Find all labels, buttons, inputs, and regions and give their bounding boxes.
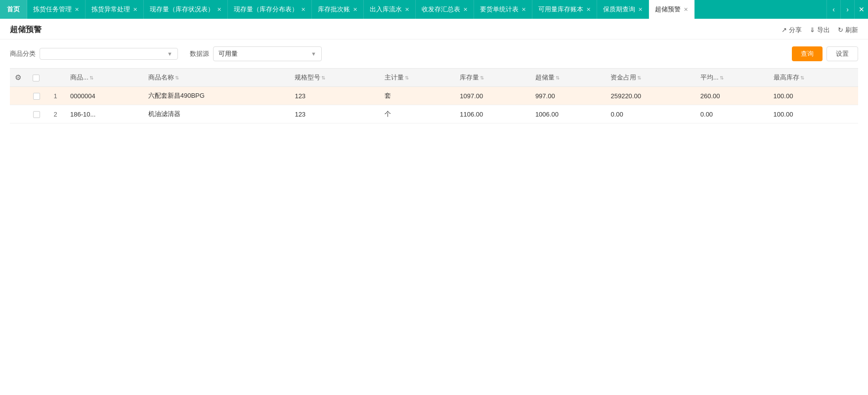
row-spec-0: 123 [290, 87, 379, 105]
row-index-1: 2 [45, 105, 65, 123]
row-name-0: 六配套新昌490BPG [143, 87, 290, 105]
select-all-checkbox[interactable] [33, 75, 40, 81]
nav-bar: 首页 拣货任务管理✕拣货异常处理✕现存量（库存状况表）✕现存量（库存分布表）✕库… [0, 0, 868, 19]
nav-close-button[interactable]: ✕ [854, 0, 868, 19]
category-filter-group: 商品分类 ▼ [10, 48, 178, 60]
nav-tab-label-5: 出入库流水 [370, 5, 402, 14]
nav-home[interactable]: 首页 [0, 0, 27, 19]
nav-tab-label-7: 要货单统计表 [480, 5, 519, 14]
row-name-1: 机油滤清器 [143, 105, 290, 123]
row-checkbox-0[interactable] [33, 93, 40, 100]
col-header-index [45, 69, 65, 87]
page-header: 超储预警 ↗ 分享 ⇓ 导出 ↻ 刷新 [0, 19, 868, 40]
row-avg-0: 260.00 [695, 87, 769, 105]
col-header-max[interactable]: 最高库存⇅ [769, 69, 858, 87]
nav-tab-close-9[interactable]: ✕ [638, 6, 643, 13]
row-checkbox-1[interactable] [33, 111, 40, 118]
nav-tab-close-2[interactable]: ✕ [217, 6, 221, 13]
nav-tab-6[interactable]: 收发存汇总表✕ [416, 0, 474, 19]
data-table: ⚙商品...⇅商品名称⇅规格型号⇅主计量⇅库存量⇅超储量⇅资金占用⇅平均...⇅… [10, 68, 858, 123]
nav-tab-2[interactable]: 现存量（库存状况表）✕ [144, 0, 228, 19]
col-header-spec[interactable]: 规格型号⇅ [290, 69, 379, 87]
nav-prev-button[interactable]: ‹ [826, 0, 840, 19]
nav-tab-label-9: 保质期查询 [603, 5, 635, 14]
datasource-select-value: 可用量 [218, 49, 238, 58]
filter-actions: 查询 设置 [792, 46, 858, 61]
nav-tab-close-5[interactable]: ✕ [405, 6, 409, 13]
nav-tab-close-1[interactable]: ✕ [133, 6, 137, 13]
col-header-code[interactable]: 商品...⇅ [65, 69, 143, 87]
datasource-select[interactable]: 可用量 ▼ [213, 46, 322, 61]
row-overstock-1: 1006.00 [530, 105, 606, 123]
row-capital-0: 259220.00 [606, 87, 695, 105]
refresh-icon: ↻ [838, 26, 843, 34]
nav-tab-0[interactable]: 拣货任务管理✕ [27, 0, 86, 19]
category-label: 商品分类 [10, 49, 36, 58]
row-max-1: 100.00 [769, 105, 858, 123]
row-settings-0 [10, 87, 28, 105]
query-button[interactable]: 查询 [792, 46, 823, 61]
share-button[interactable]: ↗ 分享 [781, 26, 802, 35]
nav-tab-label-10: 超储预警 [655, 5, 681, 14]
nav-tab-label-1: 拣货异常处理 [91, 5, 130, 14]
nav-tab-5[interactable]: 出入库流水✕ [364, 0, 416, 19]
row-unit-0: 套 [380, 87, 455, 105]
page-title: 超储预警 [10, 25, 42, 35]
nav-tab-label-0: 拣货任务管理 [33, 5, 72, 14]
refresh-button[interactable]: ↻ 刷新 [838, 26, 858, 35]
table-container: ⚙商品...⇅商品名称⇅规格型号⇅主计量⇅库存量⇅超储量⇅资金占用⇅平均...⇅… [0, 68, 868, 123]
row-check-1[interactable] [28, 105, 45, 123]
nav-tab-1[interactable]: 拣货异常处理✕ [86, 0, 144, 19]
nav-tab-close-10[interactable]: ✕ [684, 6, 688, 13]
table-body: 10000004六配套新昌490BPG123套1097.00997.002592… [10, 87, 858, 123]
col-header-check[interactable] [28, 69, 45, 87]
row-spec-1: 123 [290, 105, 379, 123]
header-actions: ↗ 分享 ⇓ 导出 ↻ 刷新 [781, 26, 858, 35]
nav-tab-8[interactable]: 可用量库存账本✕ [532, 0, 597, 19]
settings-button[interactable]: 设置 [826, 46, 858, 61]
row-max-0: 100.00 [769, 87, 858, 105]
row-unit-1: 个 [380, 105, 455, 123]
nav-tab-close-0[interactable]: ✕ [75, 6, 79, 13]
nav-tab-close-4[interactable]: ✕ [353, 6, 357, 13]
row-avg-1: 0.00 [695, 105, 769, 123]
datasource-label: 数据源 [190, 49, 209, 58]
category-select-arrow-icon: ▼ [167, 51, 173, 57]
col-header-settings[interactable]: ⚙ [10, 69, 28, 87]
col-header-overstock[interactable]: 超储量⇅ [530, 69, 606, 87]
nav-tab-7[interactable]: 要货单统计表✕ [474, 0, 532, 19]
category-select[interactable]: ▼ [40, 48, 178, 60]
col-header-unit[interactable]: 主计量⇅ [380, 69, 455, 87]
export-button[interactable]: ⇓ 导出 [810, 26, 830, 35]
nav-tab-9[interactable]: 保质期查询✕ [597, 0, 649, 19]
col-header-capital[interactable]: 资金占用⇅ [606, 69, 695, 87]
row-index-0: 1 [45, 87, 65, 105]
nav-tab-10[interactable]: 超储预警✕ [649, 0, 694, 19]
nav-arrows: ‹ › ✕ [826, 0, 868, 19]
col-header-stock[interactable]: 库存量⇅ [455, 69, 530, 87]
nav-tab-close-6[interactable]: ✕ [463, 6, 468, 13]
nav-tab-label-8: 可用量库存账本 [538, 5, 583, 14]
row-capital-1: 0.00 [606, 105, 695, 123]
row-stock-1: 1106.00 [455, 105, 530, 123]
table-row: 10000004六配套新昌490BPG123套1097.00997.002592… [10, 87, 858, 105]
nav-tab-label-4: 库存批次账 [318, 5, 350, 14]
share-icon: ↗ [781, 26, 787, 34]
nav-tab-3[interactable]: 现存量（库存分布表）✕ [228, 0, 312, 19]
row-check-0[interactable] [28, 87, 45, 105]
nav-tab-4[interactable]: 库存批次账✕ [312, 0, 364, 19]
datasource-filter-group: 数据源 可用量 ▼ [190, 46, 322, 61]
export-icon: ⇓ [810, 26, 815, 34]
settings-icon[interactable]: ⚙ [15, 73, 21, 81]
nav-tab-close-3[interactable]: ✕ [301, 6, 305, 13]
table-row: 2186-10...机油滤清器123个1106.001006.000.000.0… [10, 105, 858, 123]
row-settings-1 [10, 105, 28, 123]
nav-tab-label-6: 收发存汇总表 [422, 5, 460, 14]
col-header-name[interactable]: 商品名称⇅ [143, 69, 290, 87]
row-overstock-0: 997.00 [530, 87, 606, 105]
nav-tab-close-8[interactable]: ✕ [586, 6, 591, 13]
datasource-select-arrow-icon: ▼ [311, 51, 316, 57]
nav-next-button[interactable]: › [840, 0, 854, 19]
col-header-avg[interactable]: 平均...⇅ [695, 69, 769, 87]
nav-tab-close-7[interactable]: ✕ [521, 6, 526, 13]
